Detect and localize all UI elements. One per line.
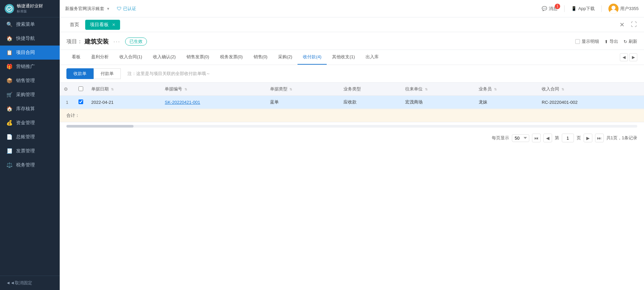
sidebar-item-label: 销售管理	[16, 78, 35, 84]
sidebar-item-finance[interactable]: 💰资金管理	[0, 116, 60, 130]
messages-btn[interactable]: 💬 消息 1	[542, 6, 557, 12]
sidebar-item-purchase[interactable]: 🛒采购管理	[0, 88, 60, 102]
project-label: 项目：	[66, 38, 83, 45]
select-all-checkbox[interactable]	[78, 86, 83, 91]
row-number-link[interactable]: SK-20220421-001	[165, 100, 200, 105]
finance-icon: 💰	[6, 120, 13, 126]
table-footer: 合计：	[60, 109, 644, 122]
topbar: 新服务官网演示账套 ▼ 🛡 已认证 💬 消息 1 📱 App下载	[60, 0, 644, 17]
col-date[interactable]: 单据日期 ⇅	[87, 83, 161, 96]
last-page-btn[interactable]: ⏭	[595, 134, 604, 142]
user-btn[interactable]: 用户3355	[608, 4, 639, 14]
payment-toggle-btn[interactable]: 付款单	[94, 68, 121, 79]
subtab-receipt[interactable]: 收付款(4)	[298, 50, 327, 65]
account-name: 新服务官网演示账套	[65, 6, 104, 12]
subtab-purchase[interactable]: 采购(2)	[273, 50, 298, 65]
subtab-tax-invoice[interactable]: 税务发票(0)	[215, 50, 248, 65]
tab-home[interactable]: 首页	[65, 20, 84, 30]
subtab-profit[interactable]: 盈利分析	[86, 50, 114, 65]
prev-page-btn[interactable]: ◀	[543, 134, 552, 142]
subtab-prev-btn[interactable]: ◀	[620, 53, 628, 61]
sidebar-item-label: 采购管理	[16, 92, 35, 98]
records-table: ⚙ 单据日期 ⇅ 单据编号 ⇅ 单据类型	[60, 82, 644, 109]
topbar-right: 💬 消息 1 📱 App下载 用户3355	[542, 4, 639, 14]
user-label: 用户3355	[620, 6, 639, 12]
tab-close-icon[interactable]: ✕	[112, 22, 115, 27]
page-content: 项目： 建筑安装 ··· 已生效 显示明细 ⬆ 导出 ↻ 刷新	[60, 32, 644, 290]
maximize-window-btn[interactable]: ⛶	[629, 20, 639, 29]
sidebar-item-quicknav[interactable]: 🏠快捷导航	[0, 31, 60, 46]
row-checkbox[interactable]	[74, 96, 87, 109]
export-btn[interactable]: ⬆ 导出	[604, 39, 618, 45]
salesperson-sort-icon: ⇅	[494, 87, 497, 91]
subtab-sales-invoice[interactable]: 销售发票(0)	[181, 50, 215, 65]
col-number[interactable]: 单据编号 ⇅	[161, 83, 266, 96]
project-title: 建筑安装	[85, 38, 109, 46]
scrollbar-thumb[interactable]	[66, 125, 133, 128]
total-label: 合计：	[66, 113, 79, 118]
col-biz-type: 业务类型	[339, 83, 401, 96]
app-download-btn[interactable]: 📱 App下载	[571, 6, 595, 12]
col-settings[interactable]: ⚙	[60, 83, 74, 96]
sidebar-item-invoice[interactable]: 🧾发票管理	[0, 144, 60, 158]
sidebar-item-inventory[interactable]: 🏠库存核算	[0, 102, 60, 116]
invoice-icon: 🧾	[6, 148, 13, 154]
subtabs: 看板盈利分析收入合同(1)收入确认(2)销售发票(0)税务发票(0)销售(0)采…	[60, 50, 644, 65]
view-note: 注：这里是与项目关联的全部收付款单哦～	[127, 71, 210, 77]
cancel-pin-btn[interactable]: ◄◄取消固定	[0, 276, 60, 290]
logo-sub: 标准版	[17, 9, 43, 14]
col-salesperson[interactable]: 业务员 ⇅	[475, 83, 538, 96]
topbar-divider-2	[601, 5, 602, 12]
message-icon: 💬	[542, 6, 547, 11]
subtab-other-expense[interactable]: 其他收支(1)	[327, 50, 360, 65]
sidebar-item-sales[interactable]: 📦销售管理	[0, 74, 60, 88]
tab-project-board[interactable]: 项目看板 ✕	[85, 20, 120, 30]
topbar-account[interactable]: 新服务官网演示账套 ▼	[65, 6, 110, 12]
verified-shield-icon: 🛡	[117, 6, 122, 11]
receipt-toggle-btn[interactable]: 收款单	[66, 68, 94, 79]
account-chevron-icon: ▼	[106, 7, 110, 11]
row-biz-type: 应收款	[339, 96, 401, 109]
subtab-inout[interactable]: 出入库	[360, 50, 384, 65]
sidebar-menu: 🔍搜索菜单🏠快捷导航📋项目合同🎁营销推广📦销售管理🛒采购管理🏠库存核算💰资金管理…	[0, 17, 60, 276]
table-body: 1 2022-04-21 SK-20220421-001 蓝单 应收款 宏茂商场…	[60, 96, 644, 109]
main-content: 新服务官网演示账套 ▼ 🛡 已认证 💬 消息 1 📱 App下载	[60, 0, 644, 290]
first-page-btn[interactable]: ⏮	[532, 134, 541, 142]
sidebar-item-label: 营销推广	[16, 64, 35, 70]
sidebar-item-contract[interactable]: 📋项目合同	[0, 46, 60, 60]
refresh-btn[interactable]: ↻ 刷新	[624, 39, 637, 45]
sidebar-item-search[interactable]: 🔍搜索菜单	[0, 17, 60, 31]
per-page-select[interactable]: 50 100 200	[512, 134, 529, 142]
show-detail-checkbox[interactable]: 显示明细	[575, 39, 599, 45]
col-type[interactable]: 单据类型 ⇅	[266, 83, 339, 96]
project-status-badge: 已生效	[125, 38, 147, 46]
col-partner[interactable]: 往来单位 ⇅	[401, 83, 475, 96]
avatar	[608, 4, 619, 14]
subtab-income-confirm[interactable]: 收入确认(2)	[148, 50, 181, 65]
page-input[interactable]	[562, 134, 574, 142]
sidebar-item-marketing[interactable]: 🎁营销推广	[0, 60, 60, 74]
row-number: SK-20220421-001	[161, 96, 266, 109]
subtab-next-btn[interactable]: ▶	[629, 53, 637, 61]
sidebar-item-label: 税务管理	[16, 162, 35, 168]
subtab-kanban[interactable]: 看板	[66, 50, 86, 65]
logo-icon	[5, 4, 14, 13]
col-income-contract[interactable]: 收入合同 ⇅	[538, 83, 644, 96]
close-window-btn[interactable]: ✕	[617, 20, 627, 29]
next-page-btn[interactable]: ▶	[584, 134, 592, 142]
export-icon: ⬆	[604, 39, 608, 44]
sidebar-item-label: 快捷导航	[16, 35, 35, 42]
project-more-btn[interactable]: ···	[113, 38, 120, 45]
col-checkbox	[74, 83, 87, 96]
settings-icon[interactable]: ⚙	[64, 86, 68, 92]
partner-sort-icon: ⇅	[425, 87, 428, 91]
sidebar-item-tax[interactable]: ⚖️税务管理	[0, 158, 60, 172]
horizontal-scrollbar[interactable]	[66, 125, 637, 128]
subtab-income-contract[interactable]: 收入合同(1)	[114, 50, 148, 65]
view-toggle: 收款单 付款单 注：这里是与项目关联的全部收付款单哦～	[60, 65, 644, 82]
table-header-row: ⚙ 单据日期 ⇅ 单据编号 ⇅ 单据类型	[60, 83, 644, 96]
inventory-icon: 🏠	[6, 106, 13, 112]
scrollbar-area	[60, 122, 644, 130]
subtab-sales[interactable]: 销售(0)	[248, 50, 273, 65]
sidebar-item-ledger[interactable]: 📄总账管理	[0, 130, 60, 144]
